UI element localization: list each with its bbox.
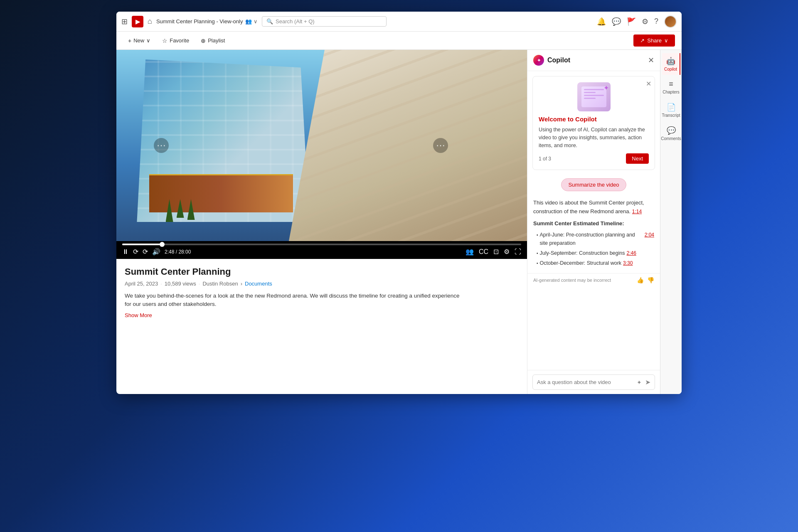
help-icon[interactable]: ? [654,17,658,26]
welcome-card-close-button[interactable]: ✕ [646,80,651,88]
time-display: 2:48 / 28:00 [165,249,191,255]
new-chevron-icon: ∨ [146,37,150,44]
breadcrumb-arrow: › [241,281,242,287]
new-label: New [133,37,144,44]
progress-thumb [160,242,165,247]
grid-icon[interactable]: ⊞ [121,17,128,26]
video-settings-button[interactable]: ⚙ [504,248,510,256]
comments-tab-icon: 💬 [667,126,676,135]
breadcrumb-title: Summit Center Planning - View-only [156,18,243,25]
illus-line-2 [584,92,596,93]
video-location-link[interactable]: Documents [245,281,272,287]
next-button[interactable]: Next [626,153,649,164]
share-chevron-icon: ∨ [664,37,668,44]
overlay-left-icon[interactable]: ⋯ [154,138,169,153]
favorite-button[interactable]: ☆ Favorite [157,35,194,47]
share-icon: ↗ [640,37,645,44]
volume-button[interactable]: 🔊 [152,248,160,256]
meta-sep-2: · [199,281,200,287]
sparkle-decoration-icon: ✦ [603,84,609,92]
copilot-close-button[interactable]: ✕ [648,56,654,65]
copilot-logo-icon: ✦ [533,55,544,66]
fullscreen-button[interactable]: ⛶ [515,248,521,256]
tab-comments[interactable]: 💬 Comments [662,123,680,144]
illus-line-1 [584,89,604,90]
video-area: ⋯ ⋯ ⏸ ⟳ ⟳ 🔊 [116,50,527,394]
video-views: 10,589 views [165,281,196,287]
size-button[interactable]: ⊡ [493,248,499,256]
video-description: We take you behind-the-scenes for a look… [125,292,466,309]
current-time: 2:48 [165,249,174,255]
share-label: Share [647,37,662,44]
copilot-input-field[interactable] [537,379,633,385]
search-placeholder: Search (Alt + Q) [276,18,315,25]
avatar[interactable] [664,15,677,28]
summary-intro: This video is about the Summit Center pr… [533,199,654,216]
video-author: Dustin Robsen [202,281,238,287]
thumbs-down-button[interactable]: 👎 [647,277,654,283]
summarize-button[interactable]: Summarize the video [561,178,626,191]
copilot-panel: ✦ Copilot ✕ ✕ ✦ [527,50,660,394]
input-row: ✦ ➤ [532,374,655,390]
ai-disclaimer: AI-generated content may be incorrect 👍 … [527,273,660,287]
building-right [289,50,527,241]
video-meta: April 25, 2023 · 10,589 views · Dustin R… [125,281,519,287]
share-button[interactable]: ↗ Share ∨ [633,34,675,47]
copilot-title: ✦ Copilot [533,55,570,66]
timeline-item-3-text: October-December: Structural work [540,259,622,267]
people-video-button[interactable]: 👥 [466,248,474,256]
stream-logo: ▶ [132,16,143,27]
video-thumbnail[interactable]: ⋯ ⋯ [116,50,527,241]
home-icon[interactable]: ⌂ [148,17,152,26]
welcome-card: ✕ ✦ Welcome to Copilot Using the power o… [532,76,655,170]
list-item: • July-September: Construction begins 2:… [537,249,654,257]
tab-copilot[interactable]: 🤖 Copilot [662,53,680,75]
forward-button[interactable]: ⟳ [143,248,148,256]
search-bar[interactable]: 🔍 Search (Alt + Q) [262,16,387,27]
overlay-right-icon[interactable]: ⋯ [433,138,448,153]
flag-icon[interactable]: 🚩 [627,17,636,26]
playlist-button[interactable]: ⊕ Playlist [196,35,230,47]
copilot-input-area: ✦ ➤ [527,370,660,394]
progress-bar[interactable] [122,244,521,245]
video-background [116,50,527,241]
illus-line-3 [584,95,604,96]
bullet-1: • [537,232,538,239]
playlist-label: Playlist [208,37,225,44]
copilot-title-text: Copilot [547,57,570,64]
timeline-item-3-time[interactable]: 3:30 [623,259,633,267]
notifications-icon[interactable]: 🔔 [597,17,606,26]
send-button[interactable]: ➤ [645,378,650,386]
people-icon: 👥 ∨ [245,18,258,25]
timeline-item-1-time[interactable]: 2:04 [645,231,654,239]
chat-icon[interactable]: 💬 [612,17,621,26]
video-date: April 25, 2023 [125,281,158,287]
breadcrumb: Summit Center Planning - View-only 👥 ∨ [156,18,258,25]
captions-button[interactable]: CC [479,248,488,256]
rewind-button[interactable]: ⟳ [133,248,138,256]
controls-row: ⏸ ⟳ ⟳ 🔊 2:48 / 28:00 👥 CC [122,248,521,256]
tab-transcript[interactable]: 📄 Transcript [662,99,680,121]
timeline-list: • April-June: Pre-construction planning … [533,231,654,267]
summarize-container: Summarize the video [527,175,660,195]
timeline-item-2-time[interactable]: 2:46 [626,249,636,257]
timeline-item-2-text: July-September: Construction begins [540,249,625,257]
sidebar-tabs: 🤖 Copilot ≡ Chapters 📄 Transcript 💬 Comm… [660,50,682,394]
main-content: ⋯ ⋯ ⏸ ⟳ ⟳ 🔊 [116,50,682,394]
settings-icon[interactable]: ⚙ [642,17,648,26]
welcome-desc: Using the power of AI, Copilot can analy… [539,126,649,149]
thumbs-up-button[interactable]: 👍 [637,277,644,283]
summary-content: This video is about the Summit Center pr… [527,195,660,273]
sparkle-button[interactable]: ✦ [637,379,642,386]
video-container: ⋯ ⋯ ⏸ ⟳ ⟳ 🔊 [116,50,527,259]
show-more-button[interactable]: Show More [125,312,519,318]
app-window: ⊞ ▶ ⌂ Summit Center Planning - View-only… [116,12,682,394]
play-pause-button[interactable]: ⏸ [122,248,129,256]
summary-intro-text: This video is about the Summit Center pr… [533,200,644,214]
new-button[interactable]: + New ∨ [123,35,155,47]
trees [166,199,195,222]
welcome-count: 1 of 3 [539,156,551,162]
comments-tab-label: Comments [661,136,681,141]
summary-time-link[interactable]: 1:14 [632,209,642,214]
tab-chapters[interactable]: ≡ Chapters [662,76,680,98]
